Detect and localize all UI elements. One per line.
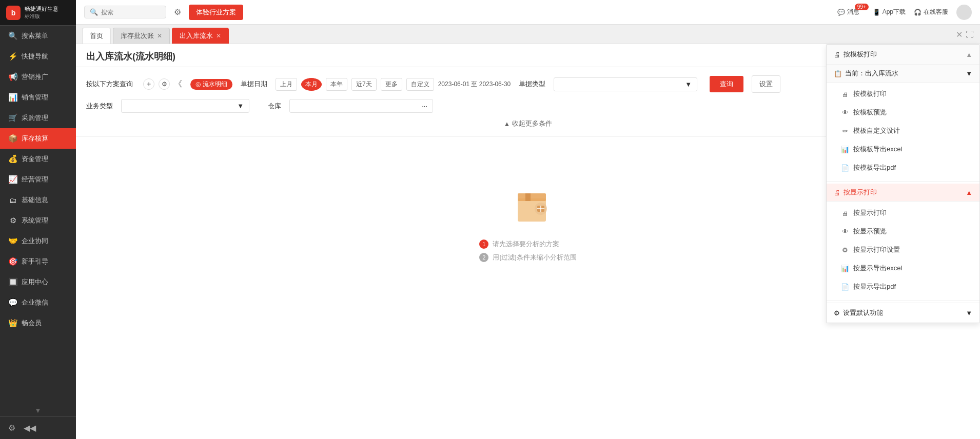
svg-rect-1 <box>518 193 546 201</box>
excel-item-icon: 📊 <box>841 145 849 153</box>
biz-type-select[interactable]: ▼ <box>121 99 249 113</box>
display-settings-icon: ⚙ <box>841 246 849 254</box>
sidebar-nav: 🔍 搜索菜单 ⚡ 快捷导航 📢 营销推广 📊 销售管理 🛒 采购管理 📦 库存核… <box>0 26 76 405</box>
dropdown-header-label: 按模板打印 <box>844 50 877 59</box>
current-template-row[interactable]: 📋 当前：出入库流水 ▼ <box>827 65 979 83</box>
filter-collapse-button[interactable]: 《 <box>174 79 182 90</box>
customer-service-button[interactable]: 🎧 在线客服 <box>914 8 948 16</box>
display-print-header-text: 按显示打印 <box>844 188 877 197</box>
dropdown-template-excel[interactable]: 📊 按模板导出excel <box>827 140 979 158</box>
app-version: 标准版 <box>25 13 58 20</box>
dropdown-template-preview[interactable]: 👁 按模板预览 <box>827 103 979 122</box>
filter-settings-button[interactable]: ⚙ <box>159 78 170 90</box>
sidebar-item-marketing[interactable]: 📢 营销推广 <box>0 67 76 87</box>
main-area: 🔍 ⚙ 体验行业方案 💬 消息 99+ 📱 App下载 🎧 在线客服 <box>76 0 980 439</box>
svg-rect-2 <box>525 193 531 201</box>
tab-stock-flow-close[interactable]: ✕ <box>216 32 221 39</box>
dropdown-template-design[interactable]: ✏ 模板自定义设计 <box>827 122 979 140</box>
dropdown-template-print[interactable]: 🖨 按模板打印 <box>827 85 979 103</box>
dropdown-display-preview[interactable]: 👁 按显示预览 <box>827 222 979 241</box>
search-input[interactable] <box>101 9 158 16</box>
topbar-left: 🔍 ⚙ 体验行业方案 <box>84 5 833 20</box>
date-btn-this-year[interactable]: 本年 <box>326 78 347 91</box>
sidebar-item-member[interactable]: 👑 畅会员 <box>0 313 76 333</box>
tab-inventory-batch[interactable]: 库存批次账 ✕ <box>113 28 170 44</box>
dropdown-header-title: 🖨 按模板打印 <box>834 50 877 59</box>
user-avatar[interactable] <box>956 5 972 20</box>
dropdown-header-collapse[interactable]: ▲ <box>966 51 972 58</box>
tab-stock-flow[interactable]: 出入库流水 ✕ <box>172 28 229 44</box>
dropdown-footer-settings[interactable]: ⚙ 设置默认功能 ▼ <box>827 303 979 323</box>
display-print-icon: 🖨 <box>841 209 849 217</box>
date-btn-custom[interactable]: 自定义 <box>406 78 434 91</box>
dropdown-display-excel-label: 按显示导出excel <box>853 264 902 273</box>
sidebar-item-basic-info[interactable]: 🗂 基础信息 <box>0 190 76 210</box>
tab-home[interactable]: 首页 <box>82 28 111 44</box>
tab-expand-icon[interactable]: ⛶ <box>966 30 974 39</box>
sidebar-item-cooperation[interactable]: 🤝 企业协同 <box>0 231 76 251</box>
messages-button[interactable]: 💬 消息 99+ <box>837 8 865 16</box>
sidebar-item-app-center[interactable]: 🔲 应用中心 <box>0 272 76 292</box>
app-logo-icon: b <box>6 6 21 20</box>
settings-button[interactable]: 设置 <box>752 75 780 93</box>
query-button[interactable]: 查询 <box>710 76 743 92</box>
filter-scheme-label-text: 流水明细 <box>203 80 227 89</box>
print-dropdown-panel: 🖨 按模板打印 ▲ 📋 当前：出入库流水 ▼ 🖨 按模板打印 <box>826 44 980 323</box>
sidebar-item-finance[interactable]: 💰 资金管理 <box>0 149 76 169</box>
tabs-bar: 首页 库存批次账 ✕ 出入库流水 ✕ ✕ ⛶ <box>76 25 980 44</box>
current-template-label: 📋 当前：出入库流水 <box>834 69 898 78</box>
date-btn-this-month[interactable]: 本月 <box>301 78 322 91</box>
sidebar-item-search-menu[interactable]: 🔍 搜索菜单 <box>0 26 76 46</box>
tab-inventory-batch-close[interactable]: ✕ <box>157 32 162 39</box>
tab-close-all[interactable]: ✕ <box>956 30 963 39</box>
doc-type-select[interactable]: ▼ <box>554 77 697 91</box>
app-download-label: App下载 <box>883 8 906 16</box>
display-excel-icon: 📊 <box>841 264 849 272</box>
date-btn-more[interactable]: 更多 <box>381 78 402 91</box>
topbar-search-box[interactable]: 🔍 <box>84 6 166 18</box>
footer-settings-label: 设置默认功能 <box>843 308 883 317</box>
date-btn-last-month[interactable]: 上月 <box>276 78 297 91</box>
display-preview-icon: 👁 <box>841 227 849 235</box>
sidebar-item-quick-nav[interactable]: ⚡ 快捷导航 <box>0 46 76 67</box>
wechat-icon: 💬 <box>8 298 17 307</box>
filter-scheme-tag[interactable]: ◎ 流水明细 <box>190 79 232 90</box>
sidebar-item-system[interactable]: ⚙ 系统管理 <box>0 210 76 231</box>
sidebar-item-label: 企业微信 <box>22 298 48 307</box>
trial-button[interactable]: 体验行业方案 <box>189 5 243 20</box>
dropdown-display-excel[interactable]: 📊 按显示导出excel <box>827 259 979 277</box>
display-pdf-icon: 📄 <box>841 283 849 291</box>
topbar: 🔍 ⚙ 体验行业方案 💬 消息 99+ 📱 App下载 🎧 在线客服 <box>76 0 980 25</box>
dropdown-display-print[interactable]: 🖨 按显示打印 <box>827 204 979 222</box>
warehouse-select[interactable]: ··· <box>289 99 433 113</box>
sidebar-item-wechat[interactable]: 💬 企业微信 <box>0 292 76 313</box>
app-download-button[interactable]: 📱 App下载 <box>873 8 906 16</box>
step-1-text: 请先选择要分析的方案 <box>493 240 559 249</box>
topbar-gear-icon[interactable]: ⚙ <box>170 5 185 19</box>
purchase-icon: 🛒 <box>8 113 17 123</box>
footer-settings-icon: ⚙ <box>834 309 840 317</box>
sidebar-item-inventory[interactable]: 📦 库存核算 <box>0 128 76 149</box>
dropdown-display-print-settings[interactable]: ⚙ 按显示打印设置 <box>827 241 979 259</box>
dropdown-display-preview-label: 按显示预览 <box>853 227 887 236</box>
guide-icon: 🎯 <box>8 257 17 266</box>
filter-add-button[interactable]: ＋ <box>143 78 154 90</box>
chevron-up-icon2: ▲ <box>504 120 511 128</box>
sidebar-item-label: 应用中心 <box>22 277 48 287</box>
cooperation-icon: 🤝 <box>8 236 17 246</box>
display-print-section-header[interactable]: 🖨 按显示打印 ▲ <box>827 184 979 202</box>
dropdown-display-pdf[interactable]: 📄 按显示导出pdf <box>827 277 979 296</box>
collapse-sidebar-icon[interactable]: ◀◀ <box>24 423 36 433</box>
dropdown-template-pdf[interactable]: 📄 按模板导出pdf <box>827 158 979 177</box>
sidebar-item-label: 基础信息 <box>22 195 48 205</box>
sidebar-item-purchase[interactable]: 🛒 采购管理 <box>0 108 76 128</box>
page-title: 出入库流水(流水明细) <box>86 50 175 63</box>
date-btn-7days[interactable]: 近7天 <box>351 78 377 91</box>
sidebar-item-label: 畅会员 <box>22 318 42 328</box>
sidebar-scroll-down[interactable]: ▼ <box>0 405 76 416</box>
sidebar-item-sales[interactable]: 📊 销售管理 <box>0 87 76 108</box>
settings-icon[interactable]: ⚙ <box>8 423 15 433</box>
sidebar-item-guide[interactable]: 🎯 新手引导 <box>0 251 76 272</box>
marketing-icon: 📢 <box>8 72 17 82</box>
sidebar-item-operations[interactable]: 📈 经营管理 <box>0 169 76 190</box>
